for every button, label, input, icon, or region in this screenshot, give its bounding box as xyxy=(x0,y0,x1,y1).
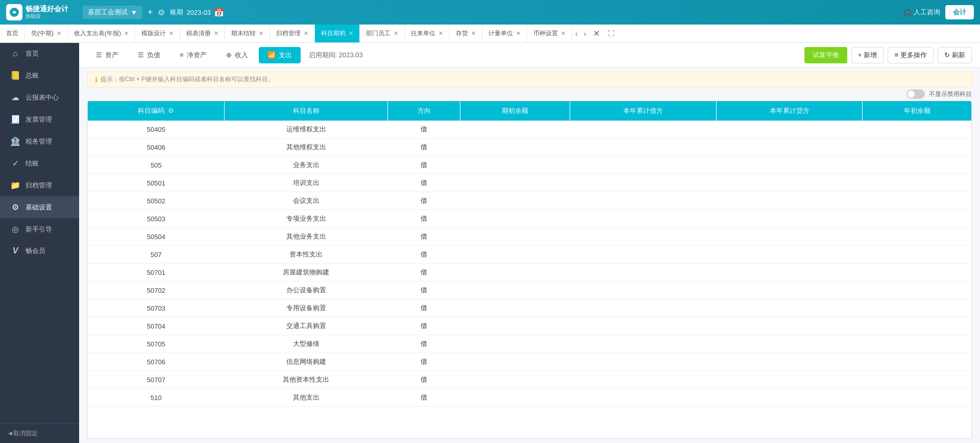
tab-archive-close[interactable]: ✕ xyxy=(304,30,308,37)
subtab-expenditure[interactable]: 📶 支出 xyxy=(259,47,301,63)
tab-unit-close[interactable]: ✕ xyxy=(516,30,521,37)
table-row[interactable]: 50705 大型修缮 借 xyxy=(88,335,971,353)
table-row[interactable]: 50503 专项业务支出 借 xyxy=(88,210,971,228)
tab-close-all[interactable]: ✕ xyxy=(589,25,604,42)
account-type-button[interactable]: 会计 xyxy=(945,5,974,19)
tab-income-report-close[interactable]: ✕ xyxy=(124,30,129,37)
fullscreen-button[interactable]: ⛶ xyxy=(604,25,619,42)
tab-currency[interactable]: 币种设置 ✕ xyxy=(527,25,572,42)
cell-opening-balance xyxy=(460,246,570,264)
add-button[interactable]: + 新增 xyxy=(851,47,884,63)
tab-income-report[interactable]: 收入支出表(年报) ✕ xyxy=(68,25,135,42)
cell-opening-balance xyxy=(460,138,570,156)
sidebar-item-close-accounts[interactable]: ✓ 结账 xyxy=(0,152,79,174)
company-selector[interactable]: 基层工会测试 ▼ xyxy=(83,6,142,19)
cell-year-opening xyxy=(863,174,971,192)
sidebar-collapse[interactable]: ◄取消固定 xyxy=(0,424,79,443)
tab-department[interactable]: 部门员工 ✕ xyxy=(360,25,405,42)
sidebar-item-tax[interactable]: 🏦 税务管理 xyxy=(0,130,79,152)
tab-home-label: 首页 xyxy=(6,29,18,38)
tab-income-report-label: 收入支出表(年报) xyxy=(74,29,121,38)
tab-carry-forward-label: 期末结转 xyxy=(231,29,256,38)
settings-icon[interactable]: ⚙ xyxy=(158,8,165,17)
col-ytd-debit: 本年累计借方 xyxy=(570,101,716,121)
cell-code: 50702 xyxy=(88,282,225,299)
tab-carry-forward[interactable]: 期末结转 ✕ xyxy=(225,25,270,42)
tab-home[interactable]: 首页 xyxy=(0,25,25,42)
subtab-net-assets[interactable]: ≡ 净资产 xyxy=(171,47,215,63)
tab-template-close[interactable]: ✕ xyxy=(169,30,174,37)
tab-voucher[interactable]: 凭(中期) ✕ xyxy=(25,25,68,42)
table-row[interactable]: 50706 信息网络购建 借 xyxy=(88,353,971,371)
tab-counterparty[interactable]: 往来单位 ✕ xyxy=(405,25,450,42)
calendar-icon[interactable]: 📅 xyxy=(214,8,224,17)
table-row[interactable]: 50504 其他业务支出 借 xyxy=(88,228,971,246)
tab-subject-initial-close[interactable]: ✕ xyxy=(349,30,353,37)
cell-year-opening xyxy=(863,138,971,156)
balance-button[interactable]: 试算平衡 xyxy=(804,47,847,63)
tab-subject-initial-label: 科目期初 xyxy=(321,29,346,38)
cell-code: 50707 xyxy=(88,371,225,389)
table-row[interactable]: 507 资本性支出 借 xyxy=(88,246,971,264)
col-code: 科目编码 ⚙ xyxy=(88,101,225,121)
table-row[interactable]: 505 业务支出 借 xyxy=(88,156,971,174)
refresh-button[interactable]: ↻ 刷新 xyxy=(938,47,972,63)
toggle-label: 不显示禁用科目 xyxy=(929,90,972,99)
tab-tax-close[interactable]: ✕ xyxy=(214,30,218,37)
table-row[interactable]: 50502 会议支出 借 xyxy=(88,192,971,210)
table-row[interactable]: 50406 其他维权支出 借 xyxy=(88,138,971,156)
table-row[interactable]: 50704 交通工具购置 借 xyxy=(88,317,971,335)
cell-ytd-credit xyxy=(716,192,863,210)
subtab-income[interactable]: ⊕ 收入 xyxy=(217,47,257,63)
top-header: 畅捷通好会计 旗舰版 基层工会测试 ▼ + ⚙ 账期 2023-03 📅 🎧 人… xyxy=(0,0,980,25)
support-button[interactable]: 🎧 人工咨询 xyxy=(903,8,940,17)
reports-icon: ☁ xyxy=(10,92,20,102)
cell-year-opening xyxy=(863,335,971,353)
sidebar-item-ledger[interactable]: 📒 总账 xyxy=(0,64,79,86)
col-code-settings-icon[interactable]: ⚙ xyxy=(168,107,174,114)
notice-icon: ℹ xyxy=(95,76,97,84)
tab-department-close[interactable]: ✕ xyxy=(394,30,398,37)
table-row[interactable]: 510 其他支出 借 xyxy=(88,389,971,407)
subtab-assets[interactable]: ☰ 资产 xyxy=(87,47,127,63)
table-row[interactable]: 50702 办公设备购置 借 xyxy=(88,282,971,299)
sidebar-item-guide[interactable]: ◎ 新手引导 xyxy=(0,218,79,240)
tab-nav-next[interactable]: › xyxy=(581,25,590,42)
tab-template[interactable]: 模版设计 ✕ xyxy=(135,25,180,42)
tab-counterparty-label: 往来单位 xyxy=(411,29,435,38)
tab-subject-initial[interactable]: 科目期初 ✕ xyxy=(315,25,360,42)
table-row[interactable]: 50405 运维维权支出 借 xyxy=(88,121,971,138)
table-row[interactable]: 50707 其他资本性支出 借 xyxy=(88,371,971,389)
tab-inventory-close[interactable]: ✕ xyxy=(471,30,476,37)
tab-currency-close[interactable]: ✕ xyxy=(561,30,566,37)
tab-voucher-close[interactable]: ✕ xyxy=(57,30,61,37)
tab-inventory[interactable]: 存货 ✕ xyxy=(450,25,482,42)
add-icon[interactable]: + xyxy=(148,7,153,18)
sidebar-item-settings[interactable]: ⚙ 基础设置 xyxy=(0,196,79,218)
sidebar-item-home[interactable]: ⌂ 首页 xyxy=(0,43,79,64)
vip-icon: V xyxy=(10,246,20,255)
sidebar-item-vip[interactable]: V 畅会员 xyxy=(0,240,79,262)
tab-unit[interactable]: 计量单位 ✕ xyxy=(482,25,527,42)
disabled-toggle[interactable] xyxy=(906,89,925,99)
sidebar-item-archive[interactable]: 📁 归档管理 xyxy=(0,174,79,196)
more-button[interactable]: ≡ 更多操作 xyxy=(888,47,934,63)
tab-counterparty-close[interactable]: ✕ xyxy=(438,30,443,37)
tab-archive[interactable]: 归档管理 ✕ xyxy=(270,25,315,42)
sidebar-item-reports[interactable]: ☁ 云报表中心 xyxy=(0,86,79,108)
table-row[interactable]: 50703 专用设备购置 借 xyxy=(88,299,971,317)
logo-icon xyxy=(6,4,22,20)
cell-ytd-debit xyxy=(570,353,716,371)
tab-tax[interactable]: 税表清册 ✕ xyxy=(180,25,225,42)
account-label: 会计 xyxy=(953,8,966,17)
cell-direction: 借 xyxy=(388,371,460,389)
tab-carry-forward-close[interactable]: ✕ xyxy=(259,30,263,37)
sidebar-item-invoices[interactable]: 🧾 发票管理 xyxy=(0,108,79,130)
cell-direction: 借 xyxy=(388,228,460,246)
subtab-liabilities[interactable]: ☰ 负债 xyxy=(129,47,169,63)
cell-name: 专项业务支出 xyxy=(225,210,388,228)
cell-name: 大型修缮 xyxy=(225,335,388,353)
table-row[interactable]: 50501 培训支出 借 xyxy=(88,174,971,192)
table-row[interactable]: 50701 房屋建筑物购建 借 xyxy=(88,264,971,282)
tab-nav-prev[interactable]: ‹ xyxy=(572,25,581,42)
